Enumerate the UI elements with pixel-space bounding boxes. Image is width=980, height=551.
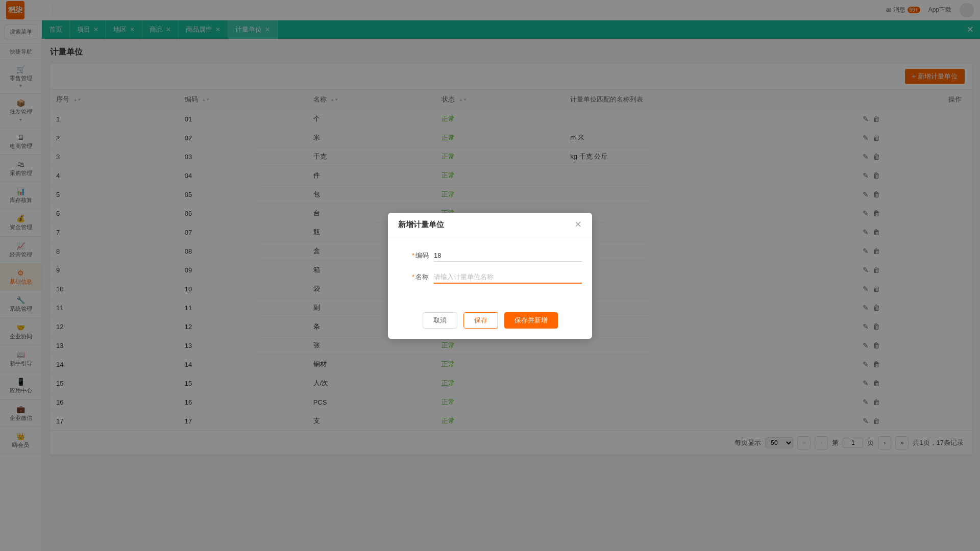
name-form-row: *名称 (398, 271, 582, 284)
save-and-new-button[interactable]: 保存并新增 (504, 312, 558, 329)
code-required-mark: * (412, 252, 414, 259)
code-input[interactable] (434, 249, 582, 262)
code-form-row: *编码 (398, 249, 582, 262)
save-button[interactable]: 保存 (463, 312, 498, 329)
modal-header: 新增计量单位 ✕ (388, 213, 592, 237)
add-unit-modal: 新增计量单位 ✕ *编码 *名称 取消 保存 保存并新增 (388, 213, 592, 339)
modal-close-button[interactable]: ✕ (574, 220, 582, 229)
name-input[interactable] (434, 271, 582, 284)
name-label: *名称 (398, 272, 429, 282)
name-required-mark: * (412, 273, 414, 281)
modal-body: *编码 *名称 (388, 237, 592, 305)
modal-overlay: 新增计量单位 ✕ *编码 *名称 取消 保存 保存并新增 (0, 0, 980, 551)
cancel-button[interactable]: 取消 (423, 312, 457, 329)
modal-footer: 取消 保存 保存并新增 (388, 305, 592, 339)
code-label: *编码 (398, 251, 429, 260)
modal-title: 新增计量单位 (398, 220, 444, 230)
